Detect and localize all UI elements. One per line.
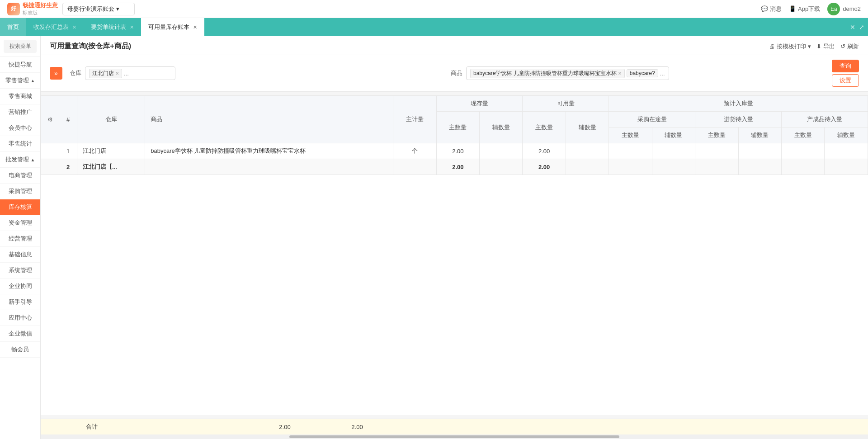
main-layout: 搜索菜单 快捷导航 零售管理 ▲ 零售商城 营销推广 会员中心 零售统计 批发管… xyxy=(0,36,868,439)
message-button[interactable]: 💬 消息 xyxy=(761,5,782,13)
table-row: 1 江北门店 babycare学饮杯 儿童防摔防撞吸管杯重力球吸嘴杯宝宝水杯 个… xyxy=(41,143,868,159)
row2-warehouse: 江北门店【... xyxy=(77,159,145,175)
row1-product: babycare学饮杯 儿童防摔防撞吸管杯重力球吸嘴杯宝宝水杯 xyxy=(145,143,393,159)
product-tag-close-1[interactable]: ✕ xyxy=(618,71,622,76)
row1-current-aux xyxy=(480,143,523,159)
sidebar-item-wholesale-manage[interactable]: 批发管理 ▲ xyxy=(0,152,40,168)
tab-available-inventory-close[interactable]: ✕ xyxy=(193,24,197,30)
refresh-label: 刷新 xyxy=(847,42,859,51)
th-main-unit: 主计量 xyxy=(393,96,436,143)
row1-prod-main xyxy=(782,143,825,159)
th-warehouse: 仓库 xyxy=(77,96,145,143)
tab-requisition-close[interactable]: ✕ xyxy=(130,24,134,30)
row1-pur-aux xyxy=(652,143,695,159)
tab-available-inventory[interactable]: 可用量库存账本 ✕ xyxy=(141,18,204,36)
warehouse-filter-label: 仓库 xyxy=(70,69,81,77)
th-inbound-main: 主数量 xyxy=(695,127,738,143)
query-button[interactable]: 查询 xyxy=(832,60,859,72)
top-bar: 好 畅捷通好生意 标准版 母婴行业演示账套 ▾ 💬 消息 📱 App下载 Ea … xyxy=(0,0,868,18)
sidebar-search-area: 搜索菜单 xyxy=(0,36,40,57)
warehouse-filter-input[interactable]: 江北门店 ✕ ... xyxy=(85,66,175,80)
sidebar-item-operation[interactable]: 经营管理 xyxy=(0,231,40,247)
sidebar-item-zerosales-manage[interactable]: 零售管理 ▲ xyxy=(0,73,40,89)
product-more[interactable]: ... xyxy=(660,70,665,77)
app-download-button[interactable]: 📱 App下载 xyxy=(789,5,820,13)
row2-prod-main xyxy=(782,159,825,175)
sidebar-item-marketing[interactable]: 营销推广 xyxy=(0,104,40,120)
search-menu-button[interactable]: 搜索菜单 xyxy=(4,40,37,53)
export-button[interactable]: ⬇ 导出 xyxy=(816,42,835,51)
product-filter-input[interactable]: babycare学饮杯 儿童防摔防撞吸管杯重力球吸嘴杯宝宝水杯 ✕ babyca… xyxy=(466,66,669,80)
th-purchase-on-way: 采购在途量 xyxy=(609,112,695,127)
th-available: 可用量 xyxy=(523,96,609,112)
content-area: 可用量查询(按仓库+商品) 🖨 按模板打印 ▾ ⬇ 导出 ↺ 刷新 » xyxy=(41,36,868,439)
warehouse-tag-label: 江北门店 xyxy=(92,70,114,77)
sidebar-item-system[interactable]: 系统管理 xyxy=(0,263,40,279)
sidebar-item-inventory-check[interactable]: 库存核算 xyxy=(0,199,40,215)
filter-action-buttons: 查询 设置 xyxy=(832,60,859,87)
product-tag-1[interactable]: babycare学饮杯 儿童防摔防撞吸管杯重力球吸嘴杯宝宝水杯 ✕ xyxy=(470,69,625,78)
tab-requisition[interactable]: 要货单统计表 ✕ xyxy=(84,18,141,36)
tab-home[interactable]: 首页 xyxy=(0,18,26,36)
template-print-button[interactable]: 🖨 按模板打印 ▾ xyxy=(769,42,811,51)
th-settings[interactable]: ⚙ xyxy=(41,96,59,143)
filter-expand-button[interactable]: » xyxy=(50,67,62,80)
tab-expand-icon[interactable]: ⤢ xyxy=(859,24,864,31)
product-tag-label-2: babycare? xyxy=(630,70,655,76)
sidebar-item-newbie[interactable]: 新手引导 xyxy=(0,294,40,310)
row1-main-unit: 个 xyxy=(393,143,436,159)
footer-total-label: 合计 xyxy=(50,423,104,431)
row2-product xyxy=(145,159,393,175)
row2-pur-aux xyxy=(652,159,695,175)
tab-receive-send-close[interactable]: ✕ xyxy=(72,24,76,30)
refresh-button[interactable]: ↺ 刷新 xyxy=(840,42,859,51)
th-inbound-pending: 进货待入量 xyxy=(695,112,782,127)
row1-avail-main: 2.00 xyxy=(523,143,566,159)
sidebar-label-wholesale: 批发管理 xyxy=(5,156,29,164)
sidebar-item-member-center[interactable]: 会员中心 xyxy=(0,120,40,136)
th-current-stock: 现存量 xyxy=(436,96,523,112)
logo-icon: 好 xyxy=(7,3,20,15)
page-header: 可用量查询(按仓库+商品) 🖨 按模板打印 ▾ ⬇ 导出 ↺ 刷新 xyxy=(41,36,868,55)
tab-home-label: 首页 xyxy=(7,23,19,31)
scrollbar-thumb[interactable] xyxy=(289,435,619,438)
footer-avail-main: 2.00 xyxy=(339,424,375,430)
tab-bar-actions: ✕ ⤢ xyxy=(850,18,868,36)
row1-avail-aux xyxy=(566,143,609,159)
product-tag-2[interactable]: babycare? xyxy=(627,69,658,77)
row1-inb-main xyxy=(695,143,738,159)
sidebar-item-quicknav[interactable]: 快捷导航 xyxy=(0,57,40,73)
user-profile-button[interactable]: Ea demo2 xyxy=(827,3,861,15)
sidebar-item-basic-info[interactable]: 基础信息 xyxy=(0,247,40,263)
sidebar-item-ecommerce[interactable]: 电商管理 xyxy=(0,168,40,184)
row1-index: 1 xyxy=(59,143,77,159)
sidebar-item-enterprise-wechat[interactable]: 企业微信 xyxy=(0,326,40,342)
sidebar-item-purchase[interactable]: 采购管理 xyxy=(0,184,40,199)
row2-inb-main xyxy=(695,159,738,175)
logo-main: 畅捷通好生意 xyxy=(23,2,58,9)
settings-icon: ⚙ xyxy=(47,116,53,123)
sidebar-item-enterprise-collab[interactable]: 企业协同 xyxy=(0,279,40,294)
th-available-main-qty: 主数量 xyxy=(523,112,566,143)
sidebar-item-member-app[interactable]: 畅会员 xyxy=(0,342,40,358)
horizontal-scrollbar[interactable] xyxy=(41,434,868,439)
th-forecast-inbound: 预计入库量 xyxy=(609,96,868,112)
top-bar-right: 💬 消息 📱 App下载 Ea demo2 xyxy=(761,3,861,15)
sidebar-item-zerosales-mall[interactable]: 零售商城 xyxy=(0,89,40,104)
sidebar-item-zerosales-stats[interactable]: 零售统计 xyxy=(0,136,40,152)
settings-button[interactable]: 设置 xyxy=(832,74,859,87)
table-container: ⚙ # 仓库 商品 主计量 现存量 可用量 预计入库量 主数量 辅数量 主数量 xyxy=(41,95,868,415)
sidebar-item-app-center[interactable]: 应用中心 xyxy=(0,310,40,326)
tab-bar: 首页 收发存汇总表 ✕ 要货单统计表 ✕ 可用量库存账本 ✕ ✕ ⤢ xyxy=(0,18,868,36)
chevron-down-icon-print: ▾ xyxy=(808,43,811,50)
tab-close-all-icon[interactable]: ✕ xyxy=(850,24,855,31)
chevron-down-icon: ▾ xyxy=(116,5,119,12)
warehouse-tag-close[interactable]: ✕ xyxy=(115,71,119,76)
industry-selector[interactable]: 母婴行业演示账套 ▾ xyxy=(62,3,135,15)
warehouse-tag-1[interactable]: 江北门店 ✕ xyxy=(89,69,122,78)
filter-bar: » 仓库 江北门店 ✕ ... 商品 babycare学饮杯 儿童防摔防撞吸管杯… xyxy=(41,55,868,92)
th-production-main: 主数量 xyxy=(782,127,825,143)
sidebar-item-capital[interactable]: 资金管理 xyxy=(0,215,40,231)
tab-receive-send[interactable]: 收发存汇总表 ✕ xyxy=(26,18,84,36)
warehouse-more[interactable]: ... xyxy=(124,70,129,77)
